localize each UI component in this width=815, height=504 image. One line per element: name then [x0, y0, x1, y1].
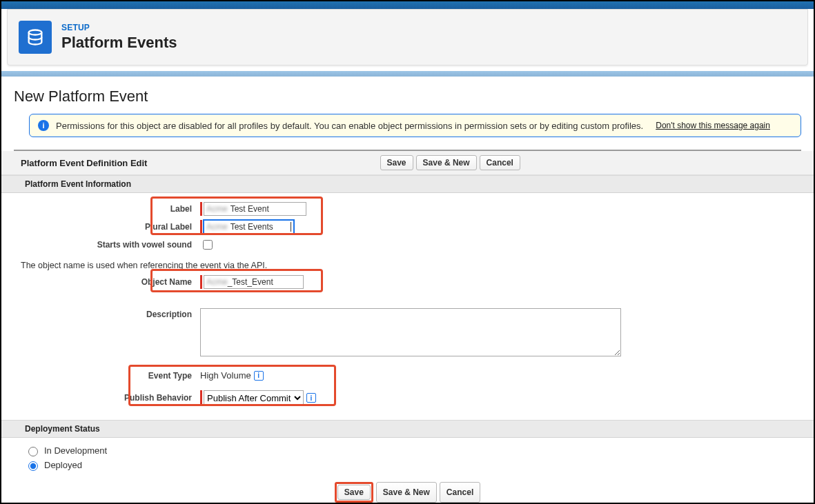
event-type-field-label: Event Type [14, 371, 200, 381]
deployment-section-header: Deployment Status [1, 420, 814, 438]
in-development-option[interactable]: In Development [14, 443, 801, 458]
publish-behavior-field-label: Publish Behavior [14, 393, 200, 403]
object-title: Platform Events [61, 34, 177, 52]
cancel-button-top[interactable]: Cancel [480, 155, 520, 170]
save-button-top[interactable]: Save [380, 155, 413, 170]
definition-edit-title: Platform Event Definition Edit [21, 158, 147, 168]
save-button-highlight: Save [335, 482, 373, 503]
object-name-input[interactable]: Acme _Test_Event [204, 275, 304, 289]
info-section-header: Platform Event Information [1, 175, 814, 193]
info-icon: i [38, 120, 49, 131]
label-input[interactable]: Acme Test Event [204, 202, 306, 216]
banner-text: Permissions for this object are disabled… [56, 121, 643, 131]
permissions-info-banner: i Permissions for this object are disabl… [29, 114, 801, 137]
page-header: SETUP Platform Events [7, 9, 808, 65]
publish-behavior-select[interactable]: Publish After Commit [204, 390, 304, 405]
vowel-field-label: Starts with vowel sound [14, 240, 200, 250]
description-textarea[interactable] [200, 308, 621, 356]
svg-point-0 [29, 30, 42, 35]
object-name-field-label: Object Name [14, 277, 200, 287]
bottom-button-bar: Save Save & New Cancel [1, 472, 814, 504]
platform-events-icon [19, 21, 52, 54]
in-development-radio[interactable] [28, 447, 38, 456]
dismiss-banner-link[interactable]: Don't show this message again [656, 121, 770, 130]
cancel-button-bottom[interactable]: Cancel [440, 482, 480, 503]
save-and-new-button-bottom[interactable]: Save & New [376, 482, 437, 503]
deployed-option[interactable]: Deployed [14, 458, 801, 472]
page-title: New Platform Event [1, 77, 814, 114]
save-and-new-button-top[interactable]: Save & New [416, 155, 477, 170]
plural-label-field-label: Plural Label [14, 222, 200, 232]
top-bar [1, 1, 814, 9]
label-field-label: Label [14, 204, 200, 214]
deployed-radio[interactable] [28, 461, 38, 471]
plural-label-input[interactable]: Acme Test Events [204, 220, 294, 234]
event-type-info-icon[interactable]: i [254, 371, 264, 381]
object-name-helper: The object name is used when referencing… [14, 254, 801, 273]
description-field-label: Description [14, 308, 200, 319]
vowel-checkbox[interactable] [203, 240, 213, 250]
publish-behavior-info-icon[interactable]: i [306, 393, 316, 403]
setup-breadcrumb: SETUP [61, 23, 177, 32]
save-button-bottom[interactable]: Save [337, 485, 371, 500]
header-separator [1, 71, 814, 77]
event-type-value: High Volume [200, 370, 251, 381]
definition-edit-header: Platform Event Definition Edit Save Save… [1, 151, 814, 175]
